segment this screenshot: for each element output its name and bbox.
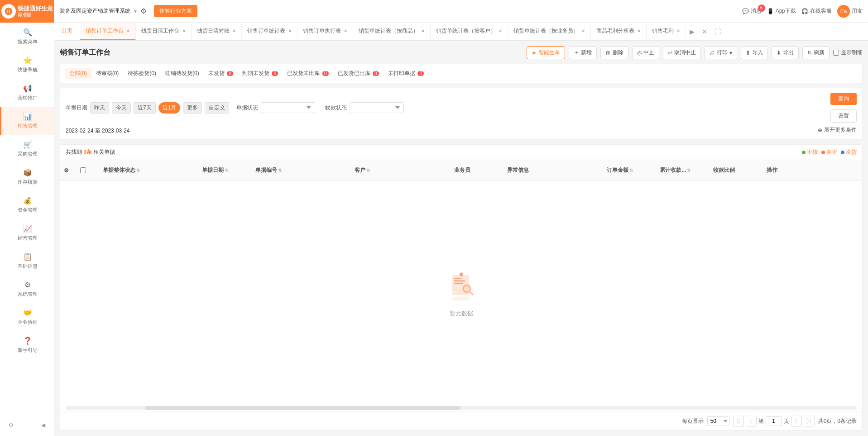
th-customer[interactable]: 客户 ⇅: [351, 164, 450, 177]
tab-daily-reconcile[interactable]: 钱货日清对账 ✕: [192, 23, 242, 40]
subtab-unshipped[interactable]: 未发货 0: [204, 68, 238, 79]
approve-btn[interactable]: 审核: [802, 148, 818, 156]
message-btn[interactable]: 💬 消息 6: [742, 7, 762, 15]
logo-icon: [1, 4, 16, 19]
reject-btn[interactable]: 弃审: [821, 148, 837, 156]
show-detail-checkbox[interactable]: [833, 50, 839, 56]
date-more-btn[interactable]: 更多: [183, 102, 202, 114]
th-amount[interactable]: 订单金额 ⇅: [603, 164, 657, 177]
export-icon: ⬇: [777, 50, 781, 56]
smart-btn[interactable]: ★ 智能生单: [527, 46, 565, 59]
collapse-btn[interactable]: ◀: [36, 418, 50, 432]
ship-btn[interactable]: 发货: [841, 148, 857, 156]
tab-daily-clear[interactable]: 钱货日清工作台 ✕: [136, 23, 192, 40]
tab-close-daily-clear[interactable]: ✕: [182, 28, 186, 33]
date-today-btn[interactable]: 今天: [112, 102, 131, 114]
stop-btn[interactable]: ◎ 中止: [632, 46, 659, 59]
sidebar-item-enterprise[interactable]: 🤝 企业协同: [0, 303, 54, 331]
sidebar-item-quick-nav[interactable]: ⭐ 快捷导航: [0, 51, 54, 79]
th-settings[interactable]: ⚙: [60, 164, 77, 177]
tabbar-expand-btn[interactable]: ⛶: [711, 28, 724, 35]
date-7days-btn[interactable]: 近7天: [134, 102, 156, 114]
th-ratio[interactable]: 收款比例: [710, 164, 763, 177]
next-page-btn[interactable]: ⟩: [791, 416, 802, 427]
sidebar-item-inventory[interactable]: 📦 库存核算: [0, 163, 54, 191]
tab-close-sales-salesperson[interactable]: ✕: [581, 28, 585, 33]
tab-home[interactable]: 首页: [54, 23, 80, 40]
subtab-pending-review[interactable]: 待审核(0): [91, 68, 124, 79]
last-page-btn[interactable]: ⟩⟩: [804, 416, 815, 427]
subtab-unprinted[interactable]: 未打印单据 0: [384, 68, 428, 79]
th-status[interactable]: 单据整体状态 ⇅: [99, 164, 198, 177]
tabbar-more-btn[interactable]: ▶: [686, 28, 698, 35]
sidebar-item-operation[interactable]: 📈 经营管理: [0, 219, 54, 247]
subtab-all[interactable]: 全部(0): [65, 68, 91, 79]
expand-btn[interactable]: ⊕ 展开更多条件: [818, 126, 857, 134]
th-exception[interactable]: 异常信息: [504, 164, 603, 177]
gear-icon[interactable]: ⚙: [140, 7, 147, 15]
print-btn[interactable]: 🖨 打印 ▾: [705, 46, 737, 59]
tab-close-sales-customer[interactable]: ✕: [499, 28, 502, 33]
tab-sales-exec[interactable]: 销售订单执行表 ✕: [297, 23, 353, 40]
date-yesterday-btn[interactable]: 昨天: [90, 102, 109, 114]
sidebar-item-finance[interactable]: 💰 资金管理: [0, 191, 54, 219]
select-all-checkbox[interactable]: [80, 167, 86, 173]
industry-btn[interactable]: 体验行业方案: [154, 5, 197, 17]
export-btn[interactable]: ⬇ 导出: [772, 46, 799, 59]
show-detail-label[interactable]: 显示明细: [833, 49, 863, 57]
cancel-stop-btn[interactable]: ↩ 取消中止: [663, 46, 701, 59]
tab-sales-product[interactable]: 销货单统计表（按商品） ✕: [353, 23, 431, 40]
status-select[interactable]: [261, 102, 315, 113]
tab-close-sales-profit[interactable]: ✕: [676, 28, 680, 33]
tab-sales-stats[interactable]: 销售订单统计表 ✕: [242, 23, 297, 40]
tab-profit[interactable]: 商品毛利分析表 ✕: [591, 23, 647, 40]
tab-close-sales-workbench[interactable]: ✕: [126, 28, 130, 33]
subtab-pending-inspect[interactable]: 待拣验货(0): [123, 68, 161, 79]
sidebar-item-search[interactable]: 🔍 搜索菜单: [0, 23, 54, 51]
tab-close-sales-stats[interactable]: ✕: [288, 28, 292, 33]
prev-page-btn[interactable]: ⟨: [746, 416, 757, 427]
subtab-overdue-unshipped[interactable]: 到期未发货 0: [238, 68, 283, 79]
page-input[interactable]: [766, 416, 782, 426]
subtab-shipped-out[interactable]: 已发货已出库 0: [333, 68, 384, 79]
sidebar-item-basic[interactable]: 📋 基础信息: [0, 247, 54, 275]
scrollbar-track[interactable]: [66, 406, 857, 410]
subtab-wangpu-ship[interactable]: 旺铺待发货(0): [161, 68, 204, 79]
sidebar-item-system[interactable]: ⚙ 系统管理: [0, 275, 54, 303]
th-checkbox[interactable]: [77, 164, 99, 177]
tab-close-sales-product[interactable]: ✕: [421, 28, 425, 33]
th-date[interactable]: 单据日期 ⇅: [198, 164, 252, 177]
first-page-btn[interactable]: ⟨⟨: [733, 416, 744, 427]
tab-close-daily-reconcile[interactable]: ✕: [232, 28, 236, 33]
tabbar-close-all-btn[interactable]: ✕: [698, 28, 711, 35]
date-custom-btn[interactable]: 自定义: [205, 102, 229, 114]
import-btn[interactable]: ⬆ 导入: [741, 46, 768, 59]
tab-close-sales-exec[interactable]: ✕: [344, 28, 347, 33]
refresh-btn[interactable]: ↻ 刷新: [802, 46, 830, 59]
settings-btn[interactable]: ⚙: [4, 418, 18, 432]
tab-sales-profit[interactable]: 销售毛利 ✕: [647, 23, 686, 40]
payment-select[interactable]: [350, 102, 404, 113]
date-1month-btn[interactable]: 近1月: [158, 102, 181, 114]
sidebar-item-purchase[interactable]: 🛒 采购管理: [0, 135, 54, 163]
delete-btn[interactable]: 🗑 删除: [600, 46, 628, 59]
add-btn[interactable]: ＋ 新增: [569, 46, 597, 59]
dropdown-icon[interactable]: ▾: [134, 8, 137, 14]
tab-close-profit[interactable]: ✕: [637, 28, 641, 33]
per-page-select[interactable]: 50 10 20 100: [707, 416, 729, 426]
tab-sales-customer[interactable]: 销货单统计表（按客户） ✕: [431, 23, 508, 40]
tab-sales-workbench[interactable]: 销售订单工作台 ✕: [80, 23, 136, 40]
th-collected[interactable]: 累计收款... ⇅: [656, 164, 710, 177]
th-salesperson[interactable]: 业务员: [451, 164, 504, 177]
app-download-btn[interactable]: 📱 App下载: [767, 7, 796, 15]
set-btn[interactable]: 设置: [830, 109, 857, 123]
th-number[interactable]: 单据编号 ⇅: [252, 164, 351, 177]
tab-sales-salesperson[interactable]: 销货单统计表（按业务员） ✕: [508, 23, 591, 40]
online-service-btn[interactable]: 🎧 在线客服: [801, 7, 832, 15]
user-menu[interactable]: Ea 用友: [837, 5, 863, 18]
sidebar-item-guide[interactable]: ❓ 新手引导: [0, 331, 54, 359]
query-btn[interactable]: 查询: [830, 93, 857, 105]
sidebar-item-sales[interactable]: 📊 销售管理: [0, 107, 54, 135]
subtab-shipped-not-out[interactable]: 已发货未出库 0: [283, 68, 333, 79]
sidebar-item-marketing[interactable]: 📢 营销推广: [0, 79, 54, 107]
